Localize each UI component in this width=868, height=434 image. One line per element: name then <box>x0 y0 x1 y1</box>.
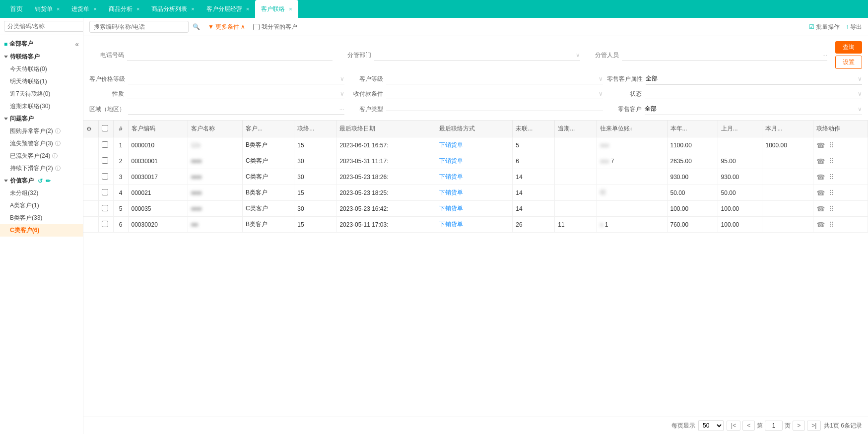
dept-select[interactable]: ∨ <box>374 50 580 61</box>
batch-ops-btn[interactable]: ☑ 批量操作 <box>809 23 840 31</box>
per-page-select[interactable]: 50 100 <box>698 420 724 431</box>
class-b[interactable]: B类客户(33) <box>0 212 83 224</box>
nav-purchase[interactable]: 进货单× <box>66 0 102 18</box>
action-more-icon[interactable]: ⠿ <box>829 157 834 165</box>
first-page-btn[interactable]: |< <box>727 421 740 431</box>
filter-phone: 电话号码 <box>89 50 333 61</box>
action-phone-icon[interactable]: ☎ <box>816 205 825 213</box>
row-check[interactable] <box>98 153 113 169</box>
set-btn[interactable]: 设置 <box>835 56 862 69</box>
total-records: 共1页 6条记录 <box>824 422 862 430</box>
col-action: 联络动作 <box>813 121 868 137</box>
retail-attr-select[interactable]: 全部∨ <box>646 73 862 85</box>
churn-warning[interactable]: 流失预警客户(3) ⓘ <box>0 137 83 150</box>
row-last-method[interactable]: 下销货单 <box>436 201 513 217</box>
main-search-input[interactable] <box>89 21 189 33</box>
status-select[interactable]: ∨ <box>645 89 862 99</box>
next-page-btn[interactable]: > <box>793 421 805 431</box>
row-last-method[interactable]: 下销货单 <box>436 185 513 201</box>
row-check[interactable] <box>98 217 113 233</box>
row-gear[interactable] <box>83 217 98 233</box>
query-btn[interactable]: 查询 <box>835 41 862 54</box>
col-gear[interactable]: ⚙ <box>83 121 98 137</box>
page-input[interactable] <box>765 421 783 431</box>
row-gear[interactable] <box>83 185 98 201</box>
section-problem-customers[interactable]: 问题客户 <box>0 113 83 125</box>
phone-input[interactable] <box>127 50 333 61</box>
row-last-method[interactable]: 下销货单 <box>436 137 513 153</box>
class-a[interactable]: A类客户(1) <box>0 199 83 212</box>
customer-type-select[interactable] <box>386 108 603 111</box>
retail-customer-select[interactable]: 全部∨ <box>645 103 862 115</box>
payment-select[interactable]: ∨ <box>386 89 603 99</box>
row-gear[interactable] <box>83 153 98 169</box>
nav-customer-stratify[interactable]: 客户分层经营× <box>200 0 255 18</box>
action-more-icon[interactable]: ⠿ <box>829 173 834 181</box>
today-pending[interactable]: 今天待联络(0) <box>0 63 83 75</box>
row-unit-balance <box>597 201 667 217</box>
nature-select[interactable]: ∨ <box>127 89 344 99</box>
nav-home[interactable]: 首页 <box>4 0 29 18</box>
action-more-icon[interactable]: ⠿ <box>829 205 834 213</box>
more-conditions-btn[interactable]: ▼ 更多条件 ∧ <box>204 21 249 33</box>
row-name: 12x <box>188 137 242 153</box>
row-type: C类客户 <box>243 169 294 185</box>
my-customers-check[interactable] <box>253 24 260 30</box>
row-action: ☎ ⠿ <box>813 185 868 201</box>
nav-customer-contact[interactable]: 客户联络× <box>255 0 298 18</box>
action-phone-icon[interactable]: ☎ <box>816 173 825 181</box>
nav-product-analysis[interactable]: 商品分析× <box>103 0 145 18</box>
row-no: 1 <box>113 137 128 153</box>
table-row: 5 000035 ■■■ C类客户 30 2023-05-23 16:42: 下… <box>83 201 868 217</box>
tomorrow-pending[interactable]: 明天待联络(1) <box>0 75 83 88</box>
hoarding-abnormal[interactable]: 囤购异常客户(2) ⓘ <box>0 125 83 137</box>
region-select[interactable]: ··· <box>128 104 344 115</box>
action-more-icon[interactable]: ⠿ <box>829 221 834 229</box>
row-check[interactable] <box>98 137 113 153</box>
row-gear[interactable] <box>83 137 98 153</box>
row-gear[interactable] <box>83 169 98 185</box>
my-customers-checkbox[interactable]: 我分管的客户 <box>253 23 297 31</box>
section-pending-contact[interactable]: 待联络客户 <box>0 51 83 63</box>
main-layout: 🔍 ■ 全部客户 « 待联络客户 今天待联络(0) 明天待联络(1) 近7天待联… <box>0 18 868 434</box>
unclassified[interactable]: 未分组(32) <box>0 187 83 199</box>
row-gear[interactable] <box>83 201 98 217</box>
price-level-select[interactable]: ∨ <box>128 74 344 84</box>
row-check[interactable] <box>98 169 113 185</box>
main-search-icon[interactable]: 🔍 <box>193 23 200 30</box>
col-check[interactable] <box>98 121 113 137</box>
action-phone-icon[interactable]: ☎ <box>816 221 825 229</box>
row-last-method[interactable]: 下销货单 <box>436 153 513 169</box>
row-unit-balance: 经 <box>597 185 667 201</box>
manager-select[interactable]: ··· <box>622 50 827 61</box>
section-value-customers[interactable]: 价值客户 ↺ ✏ <box>0 175 83 187</box>
action-phone-icon[interactable]: ☎ <box>816 189 825 197</box>
overdue-pending[interactable]: 逾期未联络(30) <box>0 100 83 113</box>
action-more-icon[interactable]: ⠿ <box>829 189 834 197</box>
sidebar-search-input[interactable] <box>4 21 83 32</box>
class-c[interactable]: C类客户(6) <box>0 224 83 237</box>
row-code: 00030017 <box>128 169 188 185</box>
declining[interactable]: 持续下滑客户(2) ⓘ <box>0 162 83 175</box>
row-last-method[interactable]: 下销货单 <box>436 169 513 185</box>
row-check[interactable] <box>98 185 113 201</box>
last-page-btn[interactable]: >| <box>807 421 821 431</box>
collapse-sidebar-btn[interactable]: « <box>75 40 79 48</box>
week-pending[interactable]: 近7天待联络(0) <box>0 88 83 100</box>
filter-dept: 分管部门 ∨ <box>336 50 580 61</box>
action-phone-icon[interactable]: ☎ <box>816 157 825 165</box>
customer-level-select[interactable]: ∨ <box>386 74 603 84</box>
nav-sales[interactable]: 销货单× <box>29 0 66 18</box>
select-all-checkbox[interactable] <box>102 125 108 131</box>
action-phone-icon[interactable]: ☎ <box>816 141 825 149</box>
prev-page-btn[interactable]: < <box>742 421 755 431</box>
nav-product-analysis-list[interactable]: 商品分析列表× <box>145 0 200 18</box>
action-more-icon[interactable]: ⠿ <box>829 141 834 149</box>
churned[interactable]: 已流失客户(24) ⓘ <box>0 150 83 162</box>
export-btn[interactable]: ↑ 导出 <box>846 23 862 31</box>
row-last-method[interactable]: 下销货单 <box>436 217 513 233</box>
row-overdue <box>555 137 597 153</box>
row-this-month: 1000.00 <box>762 137 813 153</box>
all-customers[interactable]: ■ 全部客户 « <box>0 37 83 51</box>
row-check[interactable] <box>98 201 113 217</box>
